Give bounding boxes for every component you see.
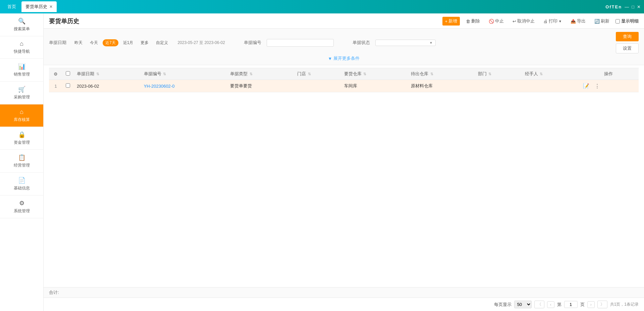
stop-icon: 🚫: [489, 19, 494, 24]
purchase-icon: 🛒: [18, 86, 25, 93]
settings-button[interactable]: 设置: [616, 43, 639, 53]
row-edit-icon[interactable]: 📝: [582, 82, 591, 90]
cancel-stop-icon: ↩: [513, 19, 516, 24]
sidebar-item-operations-mgmt[interactable]: 📋 经营管理: [0, 150, 43, 173]
query-button[interactable]: 查询: [616, 32, 639, 41]
date-btn-more[interactable]: 更多: [138, 39, 151, 46]
page-input-suffix: 页: [580, 302, 585, 308]
sidebar-item-sales-mgmt[interactable]: 📊 销售管理: [0, 59, 43, 82]
col-req-warehouse: 要货仓库 ⇅: [341, 68, 408, 80]
expand-more-btn[interactable]: ▼ 展开更多条件: [49, 55, 639, 61]
sidebar-item-search-menu[interactable]: 🔍 搜索菜单: [0, 13, 43, 36]
date-btn-last1month[interactable]: 近1月: [120, 39, 136, 46]
col-store: 门店 ⇅: [294, 68, 341, 80]
stop-button[interactable]: 🚫 中止: [486, 17, 506, 26]
date-btn-today[interactable]: 今天: [87, 39, 101, 46]
close-icon[interactable]: ✕: [637, 4, 641, 9]
doc-no-input[interactable]: [267, 39, 334, 47]
col-doc-no: 单据编号 ⇅: [141, 68, 227, 80]
table-header-row: ⚙ 单据日期 ⇅ 单据编号 ⇅ 单据类型: [49, 68, 639, 80]
requisition-tab-label: 要货单历史: [25, 4, 47, 10]
cancel-stop-label: 取消中止: [517, 18, 535, 24]
tab-requisition-history[interactable]: 要货单历史 ✕: [21, 1, 57, 12]
delete-icon: 🗑: [466, 19, 470, 24]
cell-store: [294, 80, 341, 92]
basic-info-icon: 📄: [18, 177, 25, 184]
search-menu-icon: 🔍: [18, 17, 25, 25]
date-btn-custom[interactable]: 自定义: [153, 39, 171, 46]
display-detail-checkbox-wrapper[interactable]: 显示明细: [615, 18, 639, 24]
print-icon: 🖨: [543, 19, 548, 24]
date-btn-yesterday[interactable]: 昨天: [72, 39, 85, 46]
col-settings[interactable]: ⚙: [49, 68, 62, 80]
cell-doc-type: 要货单要货: [227, 80, 294, 92]
date-range-text: 2023-05-27 至 2023-06-02: [177, 40, 225, 46]
next-page-button[interactable]: ›: [587, 301, 595, 308]
cell-doc-no: YH-20230602-0: [141, 80, 227, 92]
minimize-icon[interactable]: —: [625, 4, 629, 9]
date-btn-last7days[interactable]: 近7天: [103, 39, 118, 46]
last-page-button[interactable]: 》: [597, 301, 607, 308]
stop-label: 中止: [495, 18, 504, 24]
page-input[interactable]: [564, 301, 578, 308]
sidebar-label-basic-info: 基础信息: [14, 185, 30, 191]
sidebar-item-system-mgmt[interactable]: ⚙ 系统管理: [0, 195, 43, 218]
table-area: ⚙ 单据日期 ⇅ 单据编号 ⇅ 单据类型: [44, 65, 644, 287]
sort-handler-icon[interactable]: ⇅: [540, 72, 543, 76]
sidebar-item-quick-nav[interactable]: ⌂ 快捷导航: [0, 36, 43, 59]
brand-text: OfTEn: [605, 4, 622, 9]
display-detail-label: 显示明细: [621, 18, 639, 24]
sidebar-item-finance-mgmt[interactable]: 🔒 资金管理: [0, 127, 43, 150]
sort-doc-type-icon[interactable]: ⇅: [250, 72, 253, 76]
total-info: 共1页，1条记录: [610, 302, 639, 307]
action-buttons: 查询 设置: [616, 32, 639, 53]
cancel-stop-button[interactable]: ↩ 取消中止: [510, 17, 537, 26]
sidebar-label-system-mgmt: 系统管理: [14, 208, 30, 214]
row-action-icons: 📝 ⋮: [582, 82, 635, 90]
sidebar-item-purchase-mgmt[interactable]: 🛒 采购管理: [0, 82, 43, 104]
row-checkbox[interactable]: [66, 83, 70, 88]
sort-store-icon[interactable]: ⇅: [308, 72, 311, 76]
status-select[interactable]: ▼: [375, 40, 436, 46]
pagination-bar: 每页显示 50 100 200 《 ‹ 第 页 › 》 共1页，1条记录: [44, 298, 644, 311]
export-button[interactable]: 📤 导出: [568, 17, 588, 26]
toolbar: + 新增 🗑 删除 🚫 中止 ↩ 取消中止 🖨 打印: [442, 17, 639, 26]
delete-label: 删除: [471, 18, 480, 24]
refresh-label: 刷新: [601, 18, 609, 24]
cell-department: [475, 80, 522, 92]
col-actions: 操作: [578, 68, 639, 80]
date-filters: 昨天 今天 近7天 近1月 更多 自定义: [72, 39, 171, 46]
page-header: 要货单历史 + 新增 🗑 删除 🚫 中止 ↩ 取消中止: [44, 13, 644, 29]
sort-department-icon[interactable]: ⇅: [488, 72, 491, 76]
expand-label: 展开更多条件: [333, 55, 360, 61]
maximize-icon[interactable]: □: [632, 4, 634, 9]
status-label: 单据状态: [353, 40, 370, 46]
page-size-select[interactable]: 50 100 200: [514, 301, 532, 308]
sort-pending-warehouse-icon[interactable]: ⇅: [430, 72, 433, 76]
tab-close-icon[interactable]: ✕: [49, 4, 53, 9]
col-checkbox: [62, 68, 73, 80]
sort-doc-no-icon[interactable]: ⇅: [163, 72, 166, 76]
new-button[interactable]: + 新增: [442, 17, 460, 26]
cell-doc-date: 2023-06-02: [73, 80, 141, 92]
row-more-icon[interactable]: ⋮: [593, 82, 601, 90]
print-dropdown-icon: ▼: [558, 19, 562, 23]
print-button[interactable]: 🖨 打印 ▼: [541, 17, 565, 26]
display-detail-checkbox[interactable]: [615, 19, 620, 24]
sidebar-item-inventory[interactable]: ⌂ 库存核算: [0, 104, 43, 127]
sidebar-label-quick-nav: 快捷导航: [14, 49, 30, 54]
col-department: 部门 ⇅: [475, 68, 522, 80]
refresh-button[interactable]: 🔄 刷新: [592, 17, 612, 26]
first-page-button[interactable]: 《: [534, 301, 544, 308]
col-doc-date: 单据日期 ⇅: [73, 68, 141, 80]
print-label: 打印: [549, 18, 557, 24]
prev-page-button[interactable]: ‹: [547, 301, 554, 308]
select-all-checkbox[interactable]: [66, 71, 70, 76]
sort-req-warehouse-icon[interactable]: ⇅: [363, 72, 366, 76]
sidebar-label-inventory: 库存核算: [14, 117, 30, 123]
delete-button[interactable]: 🗑 删除: [463, 17, 483, 26]
sort-doc-date-icon[interactable]: ⇅: [96, 72, 99, 76]
doc-no-link[interactable]: YH-20230602-0: [144, 84, 175, 89]
tab-home[interactable]: 首页: [3, 1, 20, 12]
sidebar-item-basic-info[interactable]: 📄 基础信息: [0, 173, 43, 195]
